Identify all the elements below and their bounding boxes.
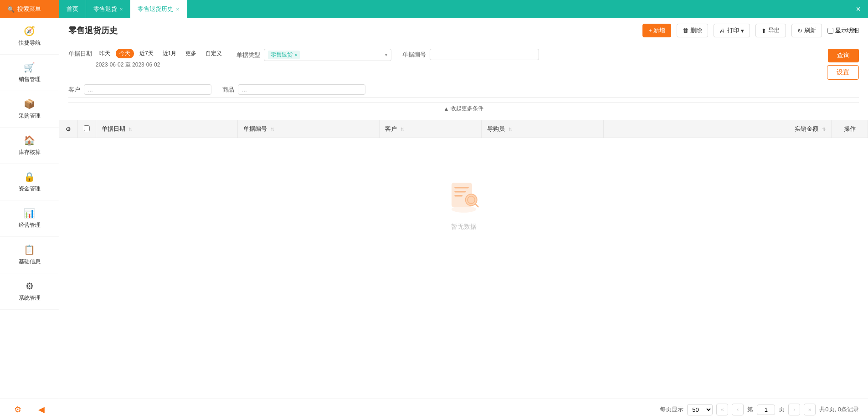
sidebar-bottom: ⚙ ◀ [0, 399, 59, 420]
sidebar-item-sales[interactable]: 🛒 销售管理 [0, 55, 59, 91]
col-doc-date-label: 单据日期 [102, 125, 125, 132]
pagination-first-btn[interactable]: « [716, 404, 728, 415]
doc-type-input[interactable]: 零售退货 × ▾ [264, 49, 391, 61]
col-doc-date[interactable]: 单据日期 ⇅ [96, 120, 237, 138]
sidebar-item-inventory[interactable]: 🏠 库存核算 [0, 128, 59, 164]
sidebar-item-finance-label: 资金管理 [19, 185, 41, 193]
sidebar-menu-btn[interactable]: ◀ [38, 405, 45, 415]
doc-type-chevron-icon: ▾ [385, 52, 387, 57]
tab-retail-return-history[interactable]: 零售退货历史 × [130, 0, 186, 18]
tab-retail-return-label: 零售退货 [93, 5, 117, 13]
header-actions: + 新增 🗑 删除 🖨 打印 ▾ ⬆ 导出 ↻ 刷新 显示明细 [642, 24, 859, 37]
col-action: 操作 [832, 120, 868, 138]
date-opt-yesterday[interactable]: 昨天 [96, 49, 114, 58]
search-menu-label: 搜索菜单 [17, 5, 41, 13]
col-amount-sort-icon: ⇅ [822, 127, 826, 132]
date-filter-group: 单据日期 昨天 今天 近7天 近1月 更多 自定义 2023-06-02 至 2… [68, 49, 226, 69]
col-amount[interactable]: 实销金额 ⇅ [604, 120, 832, 138]
sidebar-item-quick-nav[interactable]: 🧭 快捷导航 [0, 18, 59, 55]
col-action-label: 操作 [844, 125, 856, 132]
collapse-arrow-icon: ▲ [444, 106, 449, 112]
sales-icon: 🛒 [24, 62, 35, 73]
search-menu-btn[interactable]: 🔍 搜索菜单 [0, 0, 59, 18]
doc-type-tag-value: 零售退货 [271, 51, 293, 59]
page-title: 零售退货历史 [68, 25, 118, 36]
tab-retail-return-history-close[interactable]: × [176, 6, 179, 12]
doc-no-filter-group: 单据编号 [402, 49, 539, 60]
search-icon: 🔍 [7, 6, 15, 13]
col-doc-no[interactable]: 单据编号 ⇅ [237, 120, 379, 138]
col-customer[interactable]: 客户 ⇅ [380, 120, 482, 138]
svg-rect-4 [454, 195, 462, 197]
sidebar-item-purchase[interactable]: 📦 采购管理 [0, 91, 59, 128]
doc-type-tag: 零售退货 × [268, 51, 300, 59]
date-options: 昨天 今天 近7天 近1月 更多 自定义 [96, 49, 226, 58]
purchase-icon: 📦 [24, 98, 35, 109]
total-info: 共0页, 0条记录 [819, 405, 859, 414]
col-checkbox[interactable] [77, 120, 96, 138]
svg-rect-2 [454, 187, 469, 189]
empty-state-icon [443, 174, 484, 215]
goods-placeholder: ... [242, 86, 247, 93]
date-opt-custom[interactable]: 自定义 [202, 49, 226, 58]
sidebar-item-operations[interactable]: 📊 经营管理 [0, 200, 59, 237]
main-layout: 🧭 快捷导航 🛒 销售管理 📦 采购管理 🏠 库存核算 🔒 资金管理 📊 经营管… [0, 18, 868, 420]
delete-btn[interactable]: 🗑 删除 [677, 24, 708, 37]
window-close-btn[interactable]: × [848, 5, 868, 14]
goods-input[interactable]: ... [238, 84, 365, 95]
col-settings[interactable]: ⚙ [59, 120, 77, 138]
export-btn[interactable]: ⬆ 导出 [755, 24, 786, 37]
new-btn[interactable]: + 新增 [642, 24, 671, 37]
customer-placeholder: ... [88, 86, 93, 93]
svg-rect-3 [454, 191, 466, 193]
pagination-last-btn[interactable]: » [804, 404, 816, 415]
tab-home-label: 首页 [67, 5, 78, 13]
display-toggle-label: 显示明细 [835, 26, 859, 35]
query-btn[interactable]: 查询 [828, 49, 859, 62]
sidebar-item-finance[interactable]: 🔒 资金管理 [0, 164, 59, 200]
customer-input[interactable]: ... [84, 84, 211, 95]
display-toggle-checkbox[interactable] [827, 28, 833, 34]
goods-filter-group: 商品 ... [222, 84, 365, 95]
sidebar-settings-btn[interactable]: ⚙ [14, 405, 21, 415]
tab-retail-return[interactable]: 零售退货 × [86, 0, 130, 18]
date-opt-today[interactable]: 今天 [116, 49, 134, 58]
refresh-label: 刷新 [804, 26, 816, 35]
per-page-select[interactable]: 50 10 20 100 [687, 404, 713, 415]
col-settings-icon: ⚙ [66, 126, 71, 133]
filter-settings-btn[interactable]: 设置 [827, 65, 859, 80]
date-opt-1month[interactable]: 近1月 [159, 49, 180, 58]
select-all-checkbox[interactable] [84, 125, 90, 131]
refresh-btn[interactable]: ↻ 刷新 [791, 24, 822, 37]
sidebar-item-basic-info[interactable]: 📋 基础信息 [0, 237, 59, 273]
print-chevron-icon: ▾ [741, 27, 744, 34]
col-guide[interactable]: 导购员 ⇅ [482, 120, 604, 138]
data-table: ⚙ 单据日期 ⇅ 单据编号 ⇅ [59, 120, 868, 138]
tab-retail-return-history-label: 零售退货历史 [138, 5, 173, 13]
collapse-btn[interactable]: ▲ 收起更多条件 [68, 102, 859, 114]
goods-label: 商品 [222, 86, 234, 94]
tab-home[interactable]: 首页 [59, 0, 86, 18]
empty-state: 暂无数据 [59, 138, 868, 267]
date-opt-7days[interactable]: 近7天 [136, 49, 157, 58]
col-guide-sort-icon: ⇅ [508, 127, 512, 132]
col-amount-label: 实销金额 [795, 125, 818, 132]
right-query-area: 查询 设置 [827, 49, 859, 80]
pagination-prev-btn[interactable]: ‹ [732, 404, 744, 415]
system-icon: ⚙ [26, 281, 34, 292]
pagination-next-btn[interactable]: › [788, 404, 800, 415]
print-btn[interactable]: 🖨 打印 ▾ [714, 24, 750, 37]
finance-icon: 🔒 [24, 171, 35, 182]
tab-retail-return-close[interactable]: × [120, 6, 123, 12]
display-toggle[interactable]: 显示明细 [827, 26, 859, 35]
customer-filter-group: 客户 ... [68, 84, 211, 95]
doc-no-input[interactable] [430, 49, 539, 60]
table-header-row: ⚙ 单据日期 ⇅ 单据编号 ⇅ [59, 120, 868, 138]
page-suffix: 页 [779, 405, 785, 414]
page-input[interactable] [757, 405, 775, 415]
sidebar-item-system[interactable]: ⚙ 系统管理 [0, 273, 59, 310]
date-opt-more[interactable]: 更多 [182, 49, 200, 58]
col-customer-label: 客户 [385, 125, 397, 132]
col-doc-no-sort-icon: ⇅ [271, 127, 274, 132]
doc-type-tag-close[interactable]: × [294, 52, 297, 57]
